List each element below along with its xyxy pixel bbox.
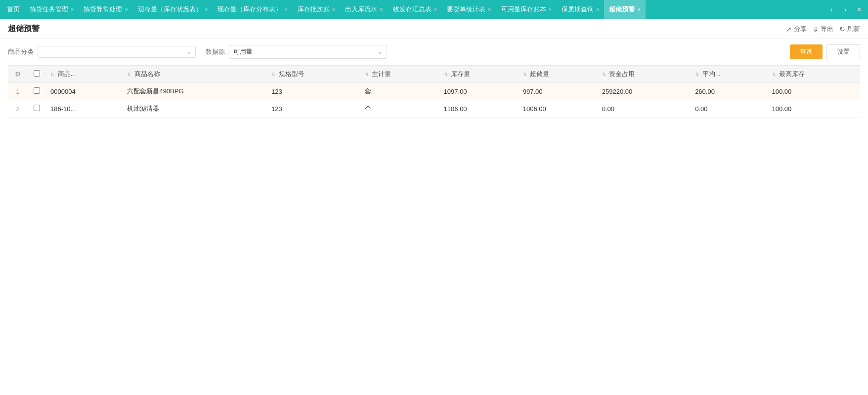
nav-label-available-ledger: 可用量库存账本 (501, 5, 546, 14)
close-icon-abnormal[interactable]: × (125, 6, 128, 12)
cell-index: 2 (8, 100, 28, 118)
settings-button[interactable]: 设置 (826, 44, 860, 59)
datasource-chevron-down-icon: ⌄ (378, 48, 383, 55)
cell-code: 0000004 (45, 83, 122, 100)
cell-spec: 123 (266, 83, 359, 100)
sort-icon-max-stock: ⇅ (772, 72, 776, 77)
nav-item-overstock[interactable]: 超储预警 × (604, 0, 645, 19)
col-header-unit[interactable]: ⇅ 主计量 (360, 66, 439, 83)
close-icon-inventory-dist[interactable]: × (284, 6, 287, 12)
col-header-code[interactable]: ⇅ 商品... (45, 66, 122, 83)
close-icon-overstock[interactable]: × (637, 6, 640, 12)
page-title: 超储预警 (8, 24, 40, 34)
cell-checkbox (28, 83, 45, 100)
cell-capital: 0.00 (597, 100, 690, 118)
col-label-name: 商品名称 (134, 70, 160, 78)
cell-stock: 1097.00 (439, 83, 518, 100)
close-icon-batch[interactable]: × (332, 6, 335, 12)
nav-arrow-left[interactable]: ‹ (825, 0, 838, 19)
col-label-avg: 平均... (702, 70, 721, 78)
export-action[interactable]: ⇓ 导出 (813, 25, 833, 34)
close-icon-summary[interactable]: × (434, 6, 437, 12)
col-label-max-stock: 最高库存 (779, 70, 805, 78)
nav-label-inventory-status: 现存量（库存状况表） (138, 5, 202, 14)
query-button[interactable]: 查询 (790, 44, 823, 59)
col-header-max-stock[interactable]: ⇅ 最高库存 (767, 66, 860, 83)
share-icon: ➚ (786, 25, 792, 33)
nav-item-summary[interactable]: 收发存汇总表 × (388, 0, 442, 19)
col-header-name[interactable]: ⇅ 商品名称 (122, 66, 266, 83)
nav-arrow-close[interactable]: × (852, 0, 866, 19)
sort-icon-overstock: ⇅ (523, 72, 527, 77)
nav-item-flow[interactable]: 出入库流水 × (340, 0, 388, 19)
close-icon-quality[interactable]: × (596, 6, 599, 12)
nav-item-task-mgmt[interactable]: 拣货任务管理 × (25, 0, 79, 19)
table-header-row: ⚙ ⇅ 商品... ⇅ 商品名称 ⇅ 规格型号 ⇅ (8, 66, 860, 83)
datasource-select[interactable]: 可用量 ⌄ (229, 45, 387, 59)
close-icon-inventory-status[interactable]: × (205, 6, 208, 12)
share-action[interactable]: ➚ 分享 (786, 25, 807, 34)
cell-unit: 套 (360, 83, 439, 100)
category-label: 商品分类 (8, 47, 34, 56)
nav-item-home[interactable]: 首页 (2, 0, 25, 19)
table-gear-icon[interactable]: ⚙ (15, 70, 21, 78)
nav-label-summary: 收发存汇总表 (393, 5, 432, 14)
nav-arrows: ‹ › × (825, 0, 866, 19)
nav-item-quality[interactable]: 保质期查询 × (557, 0, 604, 19)
close-icon-flow[interactable]: × (380, 6, 383, 12)
filter-bar: 商品分类 ⌄ 数据源 可用量 ⌄ 查询 设置 (0, 39, 868, 65)
nav-label-task-mgmt: 拣货任务管理 (30, 5, 68, 14)
col-header-stock[interactable]: ⇅ 库存量 (439, 66, 518, 83)
close-icon-order-stat[interactable]: × (488, 6, 491, 12)
col-label-capital: 资金占用 (609, 70, 635, 78)
nav-label-flow: 出入库流水 (345, 5, 377, 14)
refresh-icon: ↻ (839, 25, 845, 33)
nav-label-batch: 库存批次账 (298, 5, 330, 14)
nav-label-home: 首页 (7, 5, 20, 14)
header-actions: ➚ 分享 ⇓ 导出 ↻ 刷新 (786, 25, 860, 34)
col-header-spec[interactable]: ⇅ 规格型号 (266, 66, 359, 83)
filter-group-datasource: 数据源 可用量 ⌄ (206, 45, 387, 59)
nav-item-order-stat[interactable]: 要货单统计表 × (442, 0, 496, 19)
cell-avg: 260.00 (690, 83, 767, 100)
table-body: 10000004六配套新昌490BPG123套1097.00997.002592… (8, 83, 860, 118)
sort-icon-avg: ⇅ (695, 72, 699, 77)
col-label-spec: 规格型号 (279, 70, 304, 78)
select-all-checkbox[interactable] (34, 70, 40, 77)
nav-item-batch[interactable]: 库存批次账 × (293, 0, 340, 19)
cell-code: 186-10... (45, 100, 122, 118)
filter-actions: 查询 设置 (790, 44, 860, 59)
col-header-capital[interactable]: ⇅ 资金占用 (597, 66, 690, 83)
row-checkbox-0[interactable] (34, 87, 40, 94)
page-header: 超储预警 ➚ 分享 ⇓ 导出 ↻ 刷新 (0, 19, 868, 39)
close-icon-available-ledger[interactable]: × (549, 6, 552, 12)
cell-name: 机油滤清器 (122, 100, 266, 118)
close-icon-task-mgmt[interactable]: × (71, 6, 74, 12)
export-label: 导出 (821, 25, 833, 34)
overstock-table: ⚙ ⇅ 商品... ⇅ 商品名称 ⇅ 规格型号 ⇅ (8, 65, 860, 118)
row-checkbox-1[interactable] (34, 105, 40, 111)
nav-label-quality: 保质期查询 (562, 5, 594, 14)
refresh-label: 刷新 (847, 25, 860, 34)
cell-max-stock: 100.00 (767, 83, 860, 100)
cell-capital: 259220.00 (597, 83, 690, 100)
nav-label-overstock: 超储预警 (609, 5, 635, 14)
nav-label-abnormal: 拣货异常处理 (84, 5, 122, 14)
nav-item-abnormal[interactable]: 拣货异常处理 × (79, 0, 132, 19)
cell-checkbox (28, 100, 45, 118)
sort-icon-spec: ⇅ (271, 72, 275, 77)
nav-item-inventory-dist[interactable]: 现存量（库存分布表） × (213, 0, 292, 19)
sort-icon-unit: ⇅ (365, 72, 369, 77)
nav-label-inventory-dist: 现存量（库存分布表） (217, 5, 282, 14)
datasource-label: 数据源 (206, 47, 225, 56)
table-row: 10000004六配套新昌490BPG123套1097.00997.002592… (8, 83, 860, 100)
col-header-avg[interactable]: ⇅ 平均... (690, 66, 767, 83)
nav-item-available-ledger[interactable]: 可用量库存账本 × (496, 0, 557, 19)
refresh-action[interactable]: ↻ 刷新 (839, 25, 860, 34)
category-select[interactable]: ⌄ (38, 46, 196, 58)
cell-overstock: 1006.00 (518, 100, 597, 118)
nav-item-inventory-status[interactable]: 现存量（库存状况表） × (133, 0, 213, 19)
filter-group-category: 商品分类 ⌄ (8, 46, 196, 58)
col-header-overstock[interactable]: ⇅ 超储量 (518, 66, 597, 83)
nav-arrow-right[interactable]: › (838, 0, 852, 19)
